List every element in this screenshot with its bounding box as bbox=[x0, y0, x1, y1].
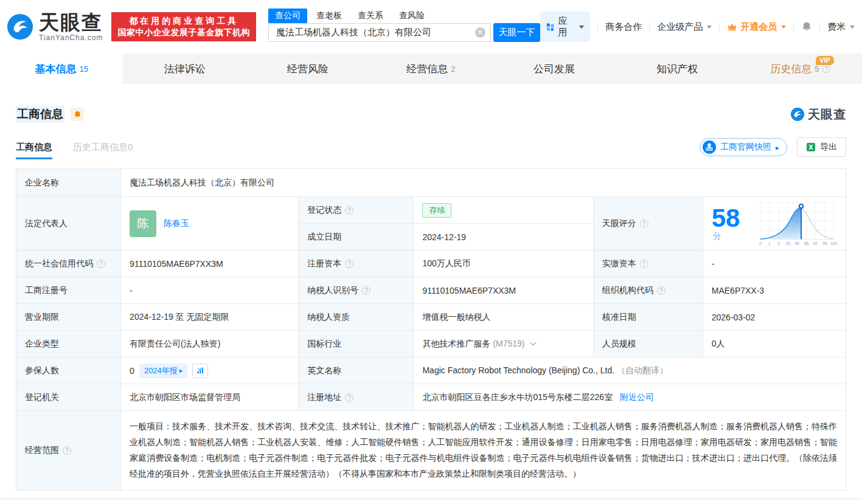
english-name-value: Magic Factory Robot Technology (Beijing)… bbox=[414, 357, 846, 384]
export-button[interactable]: 导出 bbox=[797, 137, 846, 157]
reg-number-label: 工商注册号 bbox=[16, 277, 121, 304]
slogan-line2: 国家中小企业发展子基金旗下机构 bbox=[117, 27, 250, 38]
credit-code-label: 统一社会信用代码 bbox=[16, 250, 121, 277]
search-tab-risk[interactable]: 查风险 bbox=[392, 9, 431, 23]
question-icon[interactable] bbox=[640, 219, 648, 228]
auto-translate-note: （自动翻译） bbox=[617, 365, 668, 375]
question-icon[interactable] bbox=[97, 260, 105, 268]
org-code-value: MAE6P7XX-3 bbox=[703, 277, 846, 304]
approval-date-label: 核准日期 bbox=[593, 304, 703, 331]
search-tab-company[interactable]: 查公司 bbox=[268, 9, 307, 23]
question-icon[interactable] bbox=[362, 286, 370, 295]
svg-text:15: 15 bbox=[786, 241, 791, 246]
avatar[interactable]: 陈 bbox=[130, 210, 156, 237]
chevron-down-icon[interactable] bbox=[530, 339, 537, 345]
svg-text:3: 3 bbox=[777, 241, 780, 246]
table-row: 经营范围 一般项目：技术服务、技术开发、技术咨询、技术交流、技术转让、技术推广；… bbox=[16, 411, 846, 491]
apps-menu[interactable]: 应用 bbox=[540, 12, 590, 42]
search-tab-relations[interactable]: 查关系 bbox=[351, 9, 390, 23]
brand-domain: TianYanCha.com bbox=[39, 33, 103, 42]
question-icon[interactable] bbox=[640, 260, 648, 268]
tab-intellectual-property[interactable]: 知识产权 bbox=[616, 54, 739, 84]
business-scope-value: 一般项目：技术服务、技术开发、技术咨询、技术交流、技术转让、技术推广；智能机器人… bbox=[121, 411, 846, 491]
table-row: 法定代表人 陈 陈春玉 登记状态 存续 天眼评分 58分 bbox=[16, 197, 846, 224]
search-input[interactable] bbox=[268, 23, 491, 42]
reg-status-label: 登记状态 bbox=[299, 197, 414, 224]
taxpayer-quality-label: 纳税人资质 bbox=[299, 304, 414, 331]
insured-trend-button[interactable] bbox=[192, 364, 208, 378]
status-badge: 存续 bbox=[422, 203, 451, 218]
annual-report-badge[interactable]: 2024年报 bbox=[139, 364, 187, 378]
tyc-score-cell: 58分 bbox=[703, 197, 846, 250]
reg-address-value: 北京市朝阳区豆各庄乡水牛坊015号东楼二层226室 附近公司 bbox=[414, 384, 846, 411]
reg-authority-value: 北京市朝阳区市场监督管理局 bbox=[121, 384, 299, 411]
tianyancha-logo[interactable]: 天眼查 TianYanCha.com bbox=[6, 12, 103, 42]
tyc-score-label: 天眼评分 bbox=[593, 197, 703, 250]
table-row: 登记机关 北京市朝阳区市场监督管理局 注册地址 北京市朝阳区豆各庄乡水牛坊015… bbox=[16, 384, 846, 411]
tab-business-info[interactable]: 经营信息 2 bbox=[369, 54, 492, 84]
company-type-value: 有限责任公司(法人独资) bbox=[121, 331, 299, 357]
search-button[interactable]: 天眼一下 bbox=[493, 23, 540, 42]
excel-icon bbox=[806, 142, 816, 152]
stamp-icon bbox=[703, 140, 716, 154]
credit-code-value: 91110105MAE6P7XX3M bbox=[121, 250, 299, 277]
question-icon[interactable] bbox=[345, 260, 353, 268]
svg-text:99: 99 bbox=[822, 241, 827, 246]
tab-legal-litigation[interactable]: 法律诉讼 bbox=[123, 54, 246, 84]
question-icon[interactable] bbox=[345, 393, 353, 402]
svg-text:1: 1 bbox=[768, 241, 771, 246]
subtab-history-registration[interactable]: 历史工商信息0 bbox=[73, 142, 133, 159]
score-value: 58 bbox=[712, 204, 740, 232]
subtab-business-registration[interactable]: 工商信息 bbox=[16, 142, 52, 159]
tab-operating-risk[interactable]: 经营风险 bbox=[246, 54, 369, 84]
industry-code: (M7519) bbox=[493, 339, 524, 348]
svg-text:100: 100 bbox=[831, 241, 837, 246]
user-menu[interactable]: 费米 bbox=[827, 21, 855, 33]
org-code-label: 组织机构代码 bbox=[593, 277, 703, 304]
taxpayer-quality-value: 增值税一般纳税人 bbox=[414, 304, 593, 331]
question-icon[interactable] bbox=[345, 206, 353, 215]
score-unit: 分 bbox=[713, 231, 721, 241]
staff-size-label: 人员规模 bbox=[593, 331, 703, 357]
question-icon[interactable] bbox=[822, 64, 830, 73]
tab-basic-info[interactable]: 基本信息 15 bbox=[0, 54, 123, 84]
company-type-label: 企业类型 bbox=[16, 331, 121, 357]
brand-slogan-banner: 都在用的商业查询工具 国家中小企业发展子基金旗下机构 bbox=[111, 12, 256, 41]
business-registration-table: 企业名称 魔法工场机器人科技（北京）有限公司 法定代表人 陈 陈春玉 登记状态 … bbox=[16, 168, 846, 491]
paid-capital-label: 实缴资本 bbox=[593, 250, 703, 277]
tab-history-info[interactable]: VIP 历史信息 5 bbox=[739, 54, 862, 84]
section-title: 工商信息 bbox=[16, 106, 64, 123]
search-tab-boss[interactable]: 查老板 bbox=[310, 9, 349, 23]
page-bottom-divider bbox=[0, 499, 862, 499]
approval-date-value: 2026-03-02 bbox=[703, 304, 846, 331]
nearby-companies-link[interactable]: 附近公司 bbox=[620, 392, 654, 402]
paid-capital-value: - bbox=[703, 250, 846, 277]
question-icon[interactable] bbox=[63, 446, 71, 455]
bell-icon bbox=[801, 21, 812, 32]
clear-input-icon[interactable]: ✕ bbox=[475, 27, 485, 38]
app-grid-icon bbox=[546, 22, 554, 32]
subscribe-bell-icon[interactable] bbox=[71, 108, 84, 121]
enterprise-products-menu[interactable]: 企业级产品 bbox=[657, 21, 712, 33]
notifications-bell[interactable] bbox=[801, 21, 812, 32]
reg-capital-value: 100万人民币 bbox=[414, 250, 593, 277]
score-distribution-chart[interactable]: 0 1 3 15 50 85 97 99 100 bbox=[757, 199, 837, 249]
business-term-label: 营业期限 bbox=[16, 304, 121, 331]
taxpayer-id-label: 纳税人识别号 bbox=[299, 277, 414, 304]
establish-date-value: 2024-12-19 bbox=[414, 224, 593, 250]
business-cooperation-link[interactable]: 商务合作 bbox=[605, 21, 642, 33]
legal-rep-label: 法定代表人 bbox=[16, 197, 121, 250]
english-name-label: 英文名称 bbox=[299, 357, 414, 384]
legal-rep-link[interactable]: 陈春玉 bbox=[164, 218, 189, 229]
vip-upgrade-link[interactable]: 开通会员 bbox=[727, 21, 786, 33]
tab-company-development[interactable]: 公司发展 bbox=[493, 54, 616, 84]
official-snapshot-button[interactable]: 工商官网快照 bbox=[700, 138, 787, 156]
svg-text:50: 50 bbox=[795, 241, 800, 246]
question-icon[interactable] bbox=[657, 286, 666, 295]
table-row: 工商注册号 - 纳税人识别号 91110105MAE6P7XX3M 组织机构代码… bbox=[16, 277, 846, 304]
vip-badge: VIP bbox=[816, 56, 834, 65]
bar-chart-icon bbox=[196, 367, 204, 375]
insured-count-cell: 0 2024年报 bbox=[121, 357, 299, 384]
tianyancha-watermark: 天眼查 bbox=[790, 106, 846, 123]
reg-capital-label: 注册资本 bbox=[299, 250, 414, 277]
